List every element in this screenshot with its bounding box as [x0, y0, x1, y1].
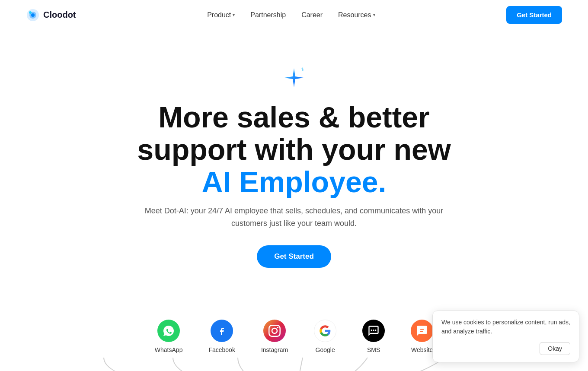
- whatsapp-label: WhatsApp: [155, 346, 183, 353]
- channel-website: Website: [411, 320, 433, 353]
- website-label: Website: [411, 346, 433, 353]
- cookie-okay-button[interactable]: Okay: [540, 342, 570, 355]
- nav-item-partnership[interactable]: Partnership: [250, 11, 286, 19]
- facebook-icon: [211, 320, 233, 342]
- google-icon: [314, 320, 336, 342]
- navbar: Cloodot Product ▾ Partnership Career Res…: [0, 0, 588, 30]
- cookie-message: We use cookies to personalize content, r…: [441, 318, 570, 336]
- sms-icon: [362, 320, 385, 342]
- hero-title-line2: support with your new: [137, 133, 451, 166]
- nav-links: Product ▾ Partnership Career Resources ▾: [207, 11, 375, 19]
- channel-facebook: Facebook: [208, 320, 235, 353]
- hero-subtitle: Meet Dot-AI: your 24/7 AI employee that …: [143, 205, 445, 230]
- chevron-down-icon: ▾: [233, 13, 235, 17]
- nav-link-resources[interactable]: Resources ▾: [338, 11, 375, 19]
- svg-point-3: [29, 11, 32, 14]
- svg-point-7: [375, 330, 377, 331]
- svg-point-5: [371, 330, 373, 331]
- instagram-label: Instagram: [261, 346, 288, 353]
- nav-item-product[interactable]: Product ▾: [207, 11, 235, 19]
- facebook-label: Facebook: [208, 346, 235, 353]
- nav-link-career[interactable]: Career: [301, 11, 323, 19]
- hero-title: More sales & better support with your ne…: [137, 101, 451, 198]
- sparkle-icon: [281, 65, 307, 91]
- nav-link-product[interactable]: Product ▾: [207, 11, 235, 19]
- hero-section: More sales & better support with your ne…: [0, 30, 588, 294]
- chevron-down-icon: ▾: [373, 13, 375, 17]
- brand-name: Cloodot: [43, 10, 76, 20]
- logo[interactable]: Cloodot: [26, 8, 76, 22]
- nav-item-career[interactable]: Career: [301, 11, 323, 19]
- hero-get-started-button[interactable]: Get Started: [257, 245, 331, 268]
- svg-point-2: [31, 13, 35, 17]
- nav-link-partnership[interactable]: Partnership: [250, 11, 286, 19]
- google-label: Google: [316, 346, 335, 353]
- cookie-notice: We use cookies to personalize content, r…: [432, 311, 579, 362]
- instagram-icon: [263, 320, 286, 342]
- sms-label: SMS: [367, 346, 380, 353]
- channel-whatsapp: WhatsApp: [155, 320, 183, 353]
- hero-title-highlight: AI Employee.: [201, 165, 386, 198]
- nav-item-resources[interactable]: Resources ▾: [338, 11, 375, 19]
- whatsapp-icon: [157, 320, 180, 342]
- nav-get-started-button[interactable]: Get Started: [506, 6, 562, 24]
- svg-point-6: [373, 330, 374, 331]
- channel-sms: SMS: [362, 320, 385, 353]
- channel-google: Google: [314, 320, 336, 353]
- hero-title-line1: More sales & better: [158, 101, 429, 133]
- cookie-actions: Okay: [441, 342, 570, 355]
- svg-point-4: [302, 69, 304, 71]
- channel-instagram: Instagram: [261, 320, 288, 353]
- website-icon: [411, 320, 433, 342]
- logo-icon: [26, 8, 40, 22]
